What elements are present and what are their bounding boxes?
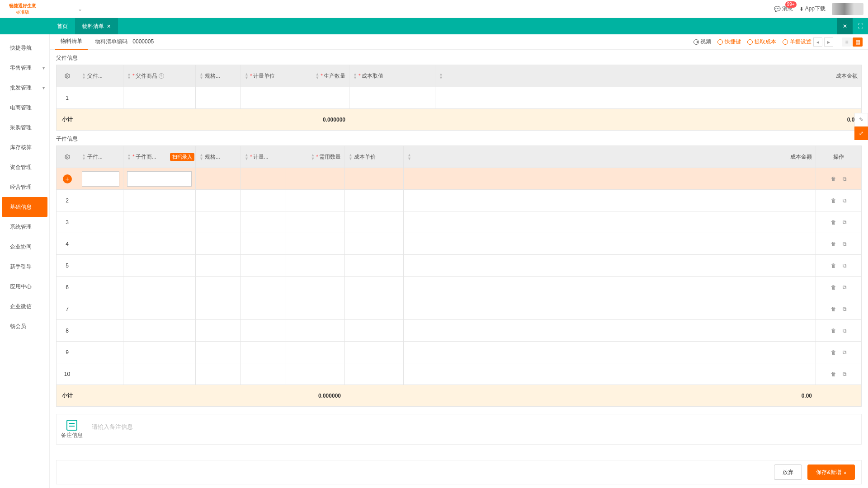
cell[interactable]: [196, 363, 241, 385]
add-row-button[interactable]: +: [63, 174, 72, 183]
child-row[interactable]: 4🗑⧉: [57, 233, 861, 254]
col-parent-code[interactable]: ▲▼父件...: [78, 65, 123, 87]
cell[interactable]: [286, 211, 345, 233]
cell[interactable]: [123, 255, 196, 276]
cell[interactable]: [78, 211, 123, 233]
cell[interactable]: [78, 87, 123, 108]
sidebar-item-quicknav[interactable]: 快捷导航: [0, 38, 49, 58]
cell[interactable]: [241, 190, 286, 211]
sidebar-item-purchase[interactable]: 采购管理: [0, 117, 49, 137]
child-row-active[interactable]: + 🗑⧉: [57, 168, 861, 189]
col-parent-qty[interactable]: ▲▼*生产数量: [295, 65, 349, 87]
discard-button[interactable]: 放弃: [774, 465, 802, 480]
cell[interactable]: [345, 342, 404, 363]
cell[interactable]: [78, 255, 123, 276]
delete-row-icon[interactable]: 🗑: [831, 197, 836, 204]
cell[interactable]: [241, 277, 286, 298]
child-row[interactable]: 2🗑⧉: [57, 189, 861, 211]
sidebar-item-operation[interactable]: 经营管理: [0, 177, 49, 197]
cell[interactable]: [78, 168, 123, 189]
tab-close-all-button[interactable]: ✕: [837, 18, 853, 34]
cell[interactable]: [241, 298, 286, 319]
delete-row-icon[interactable]: 🗑: [831, 328, 836, 334]
cell[interactable]: [241, 233, 286, 254]
edit-tool-button[interactable]: ✎: [854, 113, 868, 127]
cell[interactable]: [404, 211, 816, 233]
copy-row-icon[interactable]: ⧉: [843, 371, 847, 377]
video-help-button[interactable]: 视频: [693, 38, 711, 46]
cell[interactable]: [78, 342, 123, 363]
cell[interactable]: [78, 363, 123, 385]
cell[interactable]: [78, 233, 123, 254]
child-row[interactable]: 8🗑⧉: [57, 319, 861, 341]
cell[interactable]: [241, 320, 286, 341]
cell[interactable]: [286, 298, 345, 319]
copy-row-icon[interactable]: ⧉: [843, 176, 847, 182]
col-child-spec[interactable]: ▲▼规格...: [196, 146, 241, 168]
cell[interactable]: [196, 87, 241, 108]
doc-settings-button[interactable]: 单据设置: [783, 38, 811, 46]
cell[interactable]: [404, 168, 816, 189]
sidebar-item-member[interactable]: 畅会员: [0, 316, 49, 336]
fullscreen-button[interactable]: ⛶: [853, 18, 868, 34]
cell[interactable]: [404, 233, 816, 254]
cell[interactable]: [286, 168, 345, 189]
cell[interactable]: [78, 320, 123, 341]
cell[interactable]: [345, 211, 404, 233]
col-parent-unit[interactable]: ▲▼*计量单位: [241, 65, 295, 87]
sidebar-item-newbie[interactable]: 新手引导: [0, 257, 49, 277]
delete-row-icon[interactable]: 🗑: [831, 263, 836, 269]
cell[interactable]: [286, 277, 345, 298]
cell[interactable]: [78, 190, 123, 211]
view-list-button[interactable]: ≡: [842, 38, 852, 47]
cell[interactable]: [435, 87, 861, 108]
col-child-code[interactable]: ▲▼子件...: [78, 146, 123, 168]
sidebar-item-wechat[interactable]: 企业微信: [0, 296, 49, 316]
cell[interactable]: [196, 190, 241, 211]
sidebar-item-basicinfo[interactable]: 基础信息: [2, 197, 47, 217]
subtab-bom[interactable]: 物料清单: [55, 34, 88, 50]
company-selector[interactable]: ⌄: [50, 5, 82, 13]
cell[interactable]: [123, 233, 196, 254]
prev-doc-button[interactable]: ◂: [813, 38, 822, 47]
extract-cost-button[interactable]: 提取成本: [747, 38, 776, 46]
delete-row-icon[interactable]: 🗑: [831, 371, 836, 377]
col-child-unit[interactable]: ▲▼*计量...: [241, 146, 286, 168]
child-row[interactable]: 10🗑⧉: [57, 363, 861, 385]
cell[interactable]: [78, 277, 123, 298]
sidebar-item-wholesale[interactable]: 批发管理▾: [0, 78, 49, 98]
cell[interactable]: [404, 255, 816, 276]
cell[interactable]: [286, 190, 345, 211]
messages-button[interactable]: 💬 消息 99+: [774, 5, 793, 13]
cell[interactable]: [196, 211, 241, 233]
col-parent-amount[interactable]: ▲▼成本金额: [435, 65, 861, 87]
cell[interactable]: [286, 233, 345, 254]
cell[interactable]: [123, 363, 196, 385]
delete-row-icon[interactable]: 🗑: [831, 176, 836, 182]
cell[interactable]: [345, 168, 404, 189]
cell[interactable]: [295, 87, 349, 108]
delete-row-icon[interactable]: 🗑: [831, 349, 836, 356]
col-parent-costsrc[interactable]: ▲▼*成本取值: [349, 65, 435, 87]
sidebar-item-system[interactable]: 系统管理: [0, 217, 49, 237]
cell[interactable]: [286, 320, 345, 341]
copy-row-icon[interactable]: ⧉: [843, 241, 847, 247]
view-form-button[interactable]: ▤: [853, 38, 863, 47]
col-parent-product[interactable]: ▲▼*父件商品?: [123, 65, 196, 87]
copy-row-icon[interactable]: ⧉: [843, 197, 847, 204]
cell[interactable]: [404, 320, 816, 341]
col-child-price[interactable]: ▲▼成本单价: [345, 146, 404, 168]
cell[interactable]: [123, 277, 196, 298]
cell[interactable]: [345, 320, 404, 341]
cell[interactable]: [241, 342, 286, 363]
cell[interactable]: [196, 233, 241, 254]
expand-tool-button[interactable]: ⤢: [854, 127, 868, 140]
child-code-input[interactable]: [82, 171, 119, 187]
delete-row-icon[interactable]: 🗑: [831, 219, 836, 225]
cell[interactable]: [123, 190, 196, 211]
cell[interactable]: [345, 190, 404, 211]
cell[interactable]: [286, 255, 345, 276]
cell[interactable]: [241, 255, 286, 276]
sidebar-item-inventory[interactable]: 库存核算: [0, 137, 49, 157]
cell[interactable]: [78, 298, 123, 319]
